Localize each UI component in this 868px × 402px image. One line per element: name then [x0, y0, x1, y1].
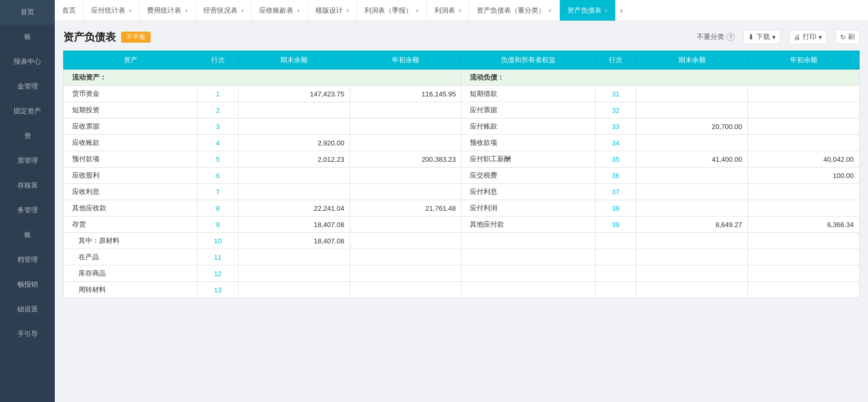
end-balance-right [636, 249, 748, 266]
year-start-right [748, 86, 860, 102]
end-balance-right [636, 200, 748, 217]
liability-name: 应付利润 [461, 200, 595, 217]
end-balance-left [238, 119, 350, 135]
sidebar-item-home[interactable]: 首页 [0, 0, 55, 25]
end-balance-left [238, 102, 350, 119]
print-button[interactable]: 🖨 打印 ▾ [789, 30, 827, 44]
table-row: 应收利息 7 应付利息 37 [64, 184, 860, 200]
print-chevron-icon: ▾ [818, 33, 822, 41]
asset-name: 短期投资 [64, 102, 198, 119]
tab-nav-right[interactable]: › [616, 6, 627, 15]
table-row: 其中：原材料 10 18,407.08 [64, 233, 860, 249]
asset-name: 应收股利 [64, 168, 198, 184]
year-start-left [350, 119, 461, 135]
sidebar-item-ledger[interactable]: 账 [0, 25, 55, 50]
year-start-right [748, 102, 860, 119]
tab-profit[interactable]: 利润表× [427, 0, 469, 21]
toolbar-right: 不重分类 ? ⬇ 下载 ▾ 🖨 打印 ▾ ↻ 刷 [697, 30, 860, 44]
classify-toggle[interactable]: 不重分类 ? [697, 32, 735, 42]
year-start-right [748, 135, 860, 151]
tab-home[interactable]: 首页 [55, 0, 84, 21]
section-liability-label: 流动负债： [461, 70, 860, 86]
tab-expense-stats[interactable]: 费用统计表× [140, 0, 195, 21]
row-num-left: 4 [198, 135, 239, 151]
col-row-num: 行次 [198, 51, 239, 70]
close-tab-template-design[interactable]: × [346, 7, 349, 14]
year-start-right [748, 200, 860, 217]
liability-name: 应付职工薪酬 [461, 151, 595, 168]
download-button[interactable]: ⬇ 下载 ▾ [743, 30, 781, 44]
close-tab-profit-quarterly[interactable]: × [416, 7, 419, 14]
close-tab-expense-stats[interactable]: × [184, 7, 188, 14]
end-balance-left: 147,423.75 [238, 86, 350, 102]
end-balance-left: 2,920.00 [238, 135, 350, 151]
sidebar-item-accounting[interactable]: 账 [0, 223, 55, 248]
year-start-right [748, 266, 860, 282]
close-tab-payable-stats[interactable]: × [129, 7, 132, 14]
sidebar-item-archive-mgmt[interactable]: 档管理 [0, 248, 55, 272]
asset-name: 其中：原材料 [64, 233, 198, 249]
table-header-row: 资产 行次 期末余额 年初余额 负债和所有者权益 行次 期末余额 年初余额 [64, 51, 860, 70]
sidebar-item-inventory[interactable]: 存核算 [0, 173, 55, 198]
year-start-right [748, 119, 860, 135]
close-tab-balance-sheet[interactable]: × [605, 7, 608, 14]
row-num-right: 35 [595, 151, 636, 168]
year-start-left: 116,145.95 [350, 86, 461, 102]
year-start-right: 40,042.00 [748, 151, 860, 168]
asset-name: 库存商品 [64, 266, 198, 282]
row-num-left: 9 [198, 217, 239, 233]
table-row: 在产品 11 [64, 249, 860, 266]
close-tab-operations[interactable]: × [241, 7, 244, 14]
content-area: 资产负债表 不平衡 不重分类 ? ⬇ 下载 ▾ 🖨 打印 ▾ [55, 21, 868, 402]
tab-template-design[interactable]: 模版设计× [308, 0, 357, 21]
row-num-left: 8 [198, 200, 239, 217]
row-num-right [595, 282, 636, 298]
help-icon[interactable]: ? [726, 33, 735, 41]
sidebar-item-report-center[interactable]: 报表中心 [0, 50, 55, 74]
refresh-button[interactable]: ↻ 刷 [835, 30, 860, 44]
tab-bar: 首页 应付统计表× 费用统计表× 经营状况表× 应收账龄表× 模版设计× 利润表… [55, 0, 868, 21]
close-tab-profit[interactable]: × [458, 7, 461, 14]
sidebar-item-settings[interactable]: 础设置 [0, 297, 55, 322]
year-start-left [350, 102, 461, 119]
sidebar-item-expense[interactable]: 畅报销 [0, 272, 55, 297]
tab-receivable-aging[interactable]: 应收账龄表× [252, 0, 308, 21]
sidebar-item-capital[interactable]: 资 [0, 124, 55, 149]
row-num-right: 31 [595, 86, 636, 102]
row-num-left: 2 [198, 102, 239, 119]
liability-name: 其他应付款 [461, 217, 595, 233]
liability-name: 应付票据 [461, 102, 595, 119]
end-balance-left: 18,407.08 [238, 233, 350, 249]
tab-operations[interactable]: 经营状况表× [196, 0, 252, 21]
year-start-left [350, 168, 461, 184]
close-tab-receivable-aging[interactable]: × [297, 7, 300, 14]
tab-balance-reclassified[interactable]: 资产负债表（重分类）× [469, 0, 559, 21]
year-start-left [350, 184, 461, 200]
year-start-right [748, 233, 860, 249]
close-tab-balance-reclassified[interactable]: × [548, 7, 551, 14]
download-chevron-icon: ▾ [772, 33, 776, 41]
sidebar-item-fixed-assets[interactable]: 固定资产 [0, 99, 55, 124]
page-title-area: 资产负债表 不平衡 [63, 30, 151, 44]
tab-profit-quarterly[interactable]: 利润表（季报）× [357, 0, 427, 21]
sidebar-item-fund-mgmt[interactable]: 金管理 [0, 74, 55, 99]
col-year-start-balance2: 年初余额 [748, 51, 860, 70]
col-year-start-balance: 年初余额 [350, 51, 461, 70]
liability-name: 短期借款 [461, 86, 595, 102]
sidebar-item-guide[interactable]: 手引导 [0, 322, 55, 347]
table-row: 库存商品 12 [64, 266, 860, 282]
year-start-left [350, 282, 461, 298]
liability-name: 应付账款 [461, 119, 595, 135]
year-start-right [748, 184, 860, 200]
page-title: 资产负债表 [63, 30, 116, 44]
print-icon: 🖨 [794, 33, 801, 41]
row-num-right: 36 [595, 168, 636, 184]
end-balance-right: 20,700.00 [636, 119, 748, 135]
year-start-left: 200,383.23 [350, 151, 461, 168]
tab-payable-stats[interactable]: 应付统计表× [84, 0, 140, 21]
table-row: 其他应收款 8 22,241.04 21,761.48 应付利润 38 [64, 200, 860, 217]
sidebar-item-tax-mgmt[interactable]: 务管理 [0, 198, 55, 223]
asset-name: 预付款项 [64, 151, 198, 168]
sidebar-item-invoice-mgmt[interactable]: 票管理 [0, 149, 55, 173]
tab-balance-sheet[interactable]: 资产负债表× [560, 0, 616, 21]
